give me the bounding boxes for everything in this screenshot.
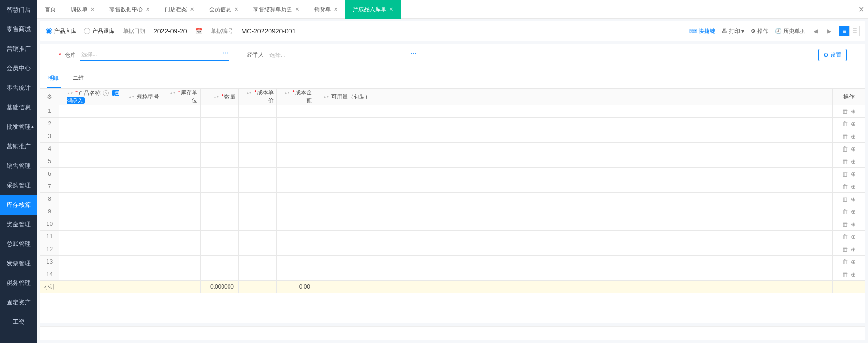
add-icon[interactable]: ⊕	[851, 233, 856, 240]
list-view-button[interactable]: ≡	[839, 26, 849, 36]
delete-icon[interactable]: 🗑	[842, 120, 848, 127]
operate-button[interactable]: ⚙ 操作	[751, 27, 768, 35]
col-price[interactable]: ▲▼ *成本单价	[239, 89, 277, 105]
close-icon[interactable]: ✕	[234, 0, 238, 19]
gear-icon[interactable]: ⚙	[40, 89, 59, 105]
add-icon[interactable]: ⊕	[851, 246, 856, 253]
sort-icon[interactable]: ▲▼	[170, 92, 175, 94]
close-icon[interactable]: ✕	[190, 0, 194, 19]
delete-icon[interactable]: 🗑	[842, 196, 848, 203]
tab-matrix[interactable]: 二维	[71, 70, 86, 88]
settings-button[interactable]: ⚙ 设置	[818, 49, 847, 61]
sidebar-item[interactable]: 基础信息	[0, 98, 37, 117]
table-row[interactable]: 13🗑⊕	[40, 256, 865, 268]
card-view-button[interactable]: ☰	[849, 26, 860, 36]
close-icon[interactable]: ✕	[389, 0, 393, 19]
sidebar-item[interactable]: 工资	[0, 312, 37, 332]
sidebar-item[interactable]: 营销推广	[0, 39, 37, 59]
radio-product-out[interactable]: 产品退库	[84, 27, 114, 35]
close-icon[interactable]: ✕	[90, 0, 94, 19]
col-qty[interactable]: ▲▼ *数量	[201, 89, 239, 105]
add-icon[interactable]: ⊕	[851, 133, 856, 140]
delete-icon[interactable]: 🗑	[842, 271, 848, 278]
delete-icon[interactable]: 🗑	[842, 208, 848, 215]
sidebar-item[interactable]: 零售统计	[0, 78, 37, 98]
table-row[interactable]: 12🗑⊕	[40, 243, 865, 256]
sort-icon[interactable]: ▲▼	[129, 95, 135, 98]
page-tab[interactable]: 调拨单✕	[63, 0, 102, 19]
close-icon[interactable]: ✕	[858, 5, 864, 13]
add-icon[interactable]: ⊕	[851, 158, 856, 165]
page-tab[interactable]: 零售结算单历史✕	[246, 0, 307, 19]
add-icon[interactable]: ⊕	[851, 171, 856, 178]
table-row[interactable]: 10🗑⊕	[40, 218, 865, 231]
print-button[interactable]: 🖶 打印 ▾	[722, 27, 744, 35]
add-icon[interactable]: ⊕	[851, 183, 856, 190]
sidebar-item[interactable]: 零售商城	[0, 20, 37, 39]
table-row[interactable]: 1🗑⊕	[40, 105, 865, 118]
sort-icon[interactable]: ▲▼	[284, 92, 290, 94]
tab-detail[interactable]: 明细	[47, 70, 61, 88]
add-icon[interactable]: ⊕	[851, 221, 856, 228]
delete-icon[interactable]: 🗑	[842, 183, 848, 190]
next-doc-icon[interactable]: ▶	[826, 28, 833, 34]
sort-icon[interactable]: ▲▼	[214, 95, 219, 98]
add-icon[interactable]: ⊕	[851, 145, 856, 152]
add-icon[interactable]: ⊕	[851, 120, 856, 127]
table-row[interactable]: 9🗑⊕	[40, 205, 865, 218]
col-product-name[interactable]: ▲▼ *产品名称 ? 扫码录入	[59, 89, 124, 105]
delete-icon[interactable]: 🗑	[842, 133, 848, 140]
table-row[interactable]: 4🗑⊕	[40, 143, 865, 155]
add-icon[interactable]: ⊕	[851, 271, 856, 278]
add-icon[interactable]: ⊕	[851, 196, 856, 203]
page-tab[interactable]: 首页	[37, 0, 63, 19]
table-row[interactable]: 7🗑⊕	[40, 180, 865, 193]
sidebar-item[interactable]: 库存核算	[0, 195, 37, 215]
sidebar-item[interactable]: 智慧门店	[0, 0, 37, 20]
delete-icon[interactable]: 🗑	[842, 171, 848, 178]
table-row[interactable]: 14🗑⊕	[40, 268, 865, 281]
close-icon[interactable]: ✕	[146, 0, 150, 19]
delete-icon[interactable]: 🗑	[842, 246, 848, 253]
sort-icon[interactable]: ▲▼	[246, 92, 252, 94]
handler-select[interactable]: 选择... ⋯	[268, 49, 417, 61]
prev-doc-icon[interactable]: ◀	[812, 28, 819, 34]
sidebar-item[interactable]: 发票管理	[0, 254, 37, 273]
sidebar-item[interactable]: 总账管理	[0, 234, 37, 254]
page-tab[interactable]: 产成品入库单✕	[345, 0, 401, 19]
page-tab[interactable]: 销货单✕	[307, 0, 345, 19]
doc-date-value[interactable]: 2022-09-20	[154, 27, 187, 35]
table-row[interactable]: 6🗑⊕	[40, 168, 865, 180]
delete-icon[interactable]: 🗑	[842, 233, 848, 240]
sidebar-item[interactable]: 销售管理	[0, 156, 37, 176]
help-icon[interactable]: ?	[103, 90, 109, 96]
table-row[interactable]: 2🗑⊕	[40, 118, 865, 130]
shortcut-button[interactable]: ⌨ 快捷键	[689, 27, 715, 35]
page-tab[interactable]: 零售数据中心✕	[102, 0, 157, 19]
delete-icon[interactable]: 🗑	[842, 158, 848, 165]
sidebar-item[interactable]: 固定资产	[0, 293, 37, 312]
delete-icon[interactable]: 🗑	[842, 108, 848, 115]
calendar-icon[interactable]: 📅	[195, 28, 202, 34]
radio-product-in[interactable]: 产品入库	[46, 27, 76, 35]
col-unit[interactable]: ▲▼ *库存单位	[162, 89, 201, 105]
col-spec[interactable]: ▲▼ 规格型号	[124, 89, 162, 105]
table-row[interactable]: 3🗑⊕	[40, 130, 865, 143]
close-icon[interactable]: ✕	[334, 0, 338, 19]
add-icon[interactable]: ⊕	[851, 258, 856, 265]
delete-icon[interactable]: 🗑	[842, 221, 848, 228]
page-tab[interactable]: 门店档案✕	[157, 0, 202, 19]
add-icon[interactable]: ⊕	[851, 208, 856, 215]
sidebar-item[interactable]: 资金管理	[0, 215, 37, 234]
ellipsis-icon[interactable]: ⋯	[411, 50, 417, 57]
sort-icon[interactable]: ▲▼	[323, 95, 329, 98]
sort-icon[interactable]: ▲▼	[67, 92, 73, 95]
delete-icon[interactable]: 🗑	[842, 145, 848, 152]
add-icon[interactable]: ⊕	[851, 108, 856, 115]
table-row[interactable]: 11🗑⊕	[40, 231, 865, 243]
close-icon[interactable]: ✕	[295, 0, 299, 19]
sidebar-item[interactable]: 批发管理	[0, 117, 37, 137]
col-avail[interactable]: ▲▼ 可用量（包装）	[315, 89, 833, 105]
history-button[interactable]: 🕘 历史单据	[775, 27, 806, 35]
sidebar-item[interactable]: 税务管理	[0, 273, 37, 293]
